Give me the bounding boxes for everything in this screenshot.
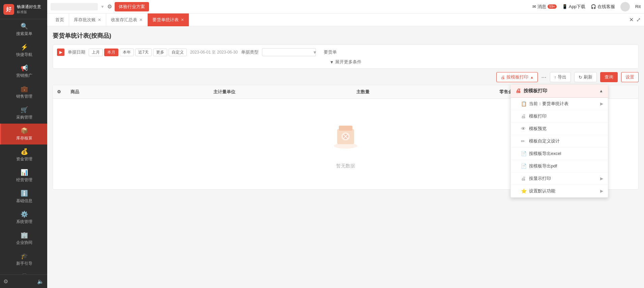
- tab-home-label: 首页: [55, 17, 64, 23]
- current-month-btn[interactable]: 本月: [104, 49, 118, 56]
- last7days-btn[interactable]: 近7天: [135, 49, 152, 56]
- sidebar-item-operations[interactable]: 📊 经营管理: [0, 165, 47, 186]
- message-label: 消息: [537, 4, 546, 10]
- building-icon: 🏢: [21, 231, 28, 239]
- dropdown-template-export-pdf[interactable]: 📄 按模板导出pdf: [511, 160, 608, 172]
- custom-dates-btn[interactable]: 自定义: [169, 49, 187, 56]
- online-service-btn[interactable]: 🎧 在线客服: [591, 4, 615, 10]
- tab-receipt-summary-label: 收发存汇总表: [111, 17, 137, 23]
- type-filter-select[interactable]: [262, 48, 316, 56]
- sidebar-item-system[interactable]: ⚙️ 系统管理: [0, 207, 47, 228]
- dropdown-display-print[interactable]: 🖨 按显示打印 ▶: [511, 172, 608, 185]
- sidebar-item-finance[interactable]: 💰 资金管理: [0, 145, 47, 165]
- dropdown-template-export-excel[interactable]: 📄 按模板导出excel: [511, 148, 608, 160]
- export-label: 导出: [558, 74, 566, 80]
- top-bar-left: ▼ ⚙ 体验行业方案: [51, 2, 149, 11]
- sidebar-item-app-center[interactable]: 📱 应用中心: [0, 270, 47, 275]
- sidebar-item-marketing[interactable]: 📢 营销推广: [0, 61, 47, 82]
- message-btn[interactable]: ✉ 消息 99+: [532, 4, 557, 10]
- tab-order-stats-label: 要货单统计表: [152, 17, 179, 23]
- empty-text: 暂无数据: [336, 163, 355, 169]
- dropdown-template-preview[interactable]: 👁 模板预览: [511, 123, 608, 135]
- svg-rect-2: [339, 126, 352, 131]
- maximize-window-btn[interactable]: ⤢: [636, 17, 641, 23]
- settings-btn[interactable]: 设置: [621, 72, 639, 82]
- template-design-icon: ✏: [521, 138, 526, 144]
- tab-home[interactable]: 首页: [51, 13, 69, 26]
- online-service-label: 在线客服: [597, 4, 615, 10]
- logo-icon: 好: [3, 4, 14, 15]
- sidebar-item-base-info[interactable]: ℹ️ 基础信息: [0, 186, 47, 207]
- sidebar-item-label: 销售管理: [16, 94, 32, 99]
- template-preview-icon: 👁: [521, 126, 526, 131]
- th-settings[interactable]: ⚙: [53, 89, 66, 94]
- current-template-label: 当前：要货单统计表: [529, 101, 568, 107]
- dropdown-template-print[interactable]: 🖨 模板打印: [511, 110, 608, 123]
- top-bar-right: ✉ 消息 99+ 📱 App下载 🎧 在线客服 Rit: [532, 2, 641, 11]
- speaker-icon[interactable]: 🔈: [37, 278, 44, 285]
- sidebar-item-newbie[interactable]: 🎓 新手引导: [0, 249, 47, 270]
- sidebar-item-search[interactable]: 🔍 搜索菜单: [0, 19, 47, 40]
- dropdown-default-func[interactable]: ⭐ 设置默认功能 ▶: [511, 185, 608, 197]
- search-icon: 🔍: [21, 23, 28, 30]
- tab-receipt-summary[interactable]: 收发存汇总表 ✕: [106, 13, 148, 26]
- template-preview-label: 模板预览: [529, 126, 547, 132]
- page-title: 要货单统计表(按商品): [53, 32, 639, 40]
- sidebar-item-quick-nav[interactable]: ⚡ 快捷导航: [0, 40, 47, 61]
- sidebar-item-label: 资金管理: [16, 156, 32, 162]
- prev-month-btn[interactable]: 上月: [89, 49, 103, 56]
- filter-toggle-btn[interactable]: ▶: [57, 49, 64, 56]
- dropdown-header[interactable]: 🖨 按模板打印 ▲: [511, 85, 608, 98]
- search-input[interactable]: [51, 3, 98, 10]
- chart-icon: 📊: [21, 169, 28, 176]
- th-unit: 主计量单位: [209, 89, 352, 95]
- sidebar: 好 畅康通好生意 标准版 🔍 搜索菜单 ⚡ 快捷导航 📢 营销推广 💼 销售管理…: [0, 0, 47, 288]
- printer-icon: 🖨: [501, 75, 505, 80]
- dropdown-printer-icon: 🖨: [516, 88, 521, 94]
- money-icon: 💰: [21, 148, 28, 155]
- cart-icon: 🛒: [21, 106, 28, 114]
- sidebar-item-label: 搜索菜单: [16, 31, 32, 37]
- dropdown-collapse-icon[interactable]: ▲: [599, 89, 603, 93]
- tab-inventory-batch[interactable]: 库存批次账 ✕: [69, 13, 106, 26]
- sidebar-item-sales[interactable]: 💼 销售管理: [0, 82, 47, 103]
- more-options-icon[interactable]: ···: [541, 74, 546, 81]
- settings-bottom-icon[interactable]: ⚙: [3, 278, 8, 285]
- date-filter-label: 单据日期: [68, 49, 85, 55]
- dropdown-template-design[interactable]: ✏ 模板自定义设计: [511, 135, 608, 148]
- app-download-btn[interactable]: 📱 App下载: [562, 4, 585, 10]
- query-btn[interactable]: 查询: [600, 72, 618, 82]
- dropdown-current-item[interactable]: 📋 当前：要货单统计表 ▶: [511, 98, 608, 110]
- cargo-filter-label: 要货单: [324, 49, 337, 55]
- tab-inventory-batch-label: 库存批次账: [74, 17, 96, 23]
- more-dates-btn[interactable]: 更多: [153, 49, 167, 56]
- display-print-label: 按显示打印: [529, 175, 551, 182]
- expand-filter-btn[interactable]: ▼ 展开更多条件: [330, 59, 362, 65]
- sidebar-item-purchase[interactable]: 🛒 采购管理: [0, 103, 47, 124]
- sidebar-nav: 🔍 搜索菜单 ⚡ 快捷导航 📢 营销推广 💼 销售管理 🛒 采购管理 📦 库存核…: [0, 19, 47, 275]
- th-product: 商品: [66, 89, 209, 95]
- app-sub: 标准版: [17, 10, 41, 14]
- print-btn[interactable]: 🖨 按模板打印 ▲: [496, 72, 538, 82]
- sidebar-item-enterprise[interactable]: 🏢 企业协同: [0, 228, 47, 249]
- tab-order-stats[interactable]: 要货单统计表 ✕: [148, 13, 189, 26]
- refresh-btn[interactable]: ↻ 刷新: [574, 72, 597, 82]
- tab-receipt-summary-close[interactable]: ✕: [139, 18, 143, 22]
- close-window-btn[interactable]: ✕: [629, 17, 634, 23]
- export-icon: ↑: [554, 75, 557, 80]
- sidebar-footer: ⚙ 🔈: [0, 275, 47, 288]
- avatar[interactable]: [620, 2, 630, 11]
- display-print-arrow: ▶: [600, 176, 603, 181]
- message-badge: 99+: [548, 4, 557, 9]
- trial-btn[interactable]: 体验行业方案: [115, 2, 149, 11]
- box-icon: 📦: [21, 127, 28, 134]
- settings-gear-icon[interactable]: ⚙: [107, 3, 112, 10]
- tab-order-stats-close[interactable]: ✕: [181, 18, 184, 22]
- tab-inventory-batch-close[interactable]: ✕: [98, 18, 101, 22]
- default-func-arrow: ▶: [600, 189, 603, 193]
- export-btn[interactable]: ↑ 导出: [550, 72, 571, 82]
- current-year-btn[interactable]: 本年: [120, 49, 134, 56]
- tabs-bar: 首页 库存批次账 ✕ 收发存汇总表 ✕ 要货单统计表 ✕ ✕ ⤢: [47, 13, 644, 26]
- username-label: Rit: [635, 4, 641, 9]
- sidebar-item-inventory[interactable]: 📦 库存核算: [0, 124, 47, 145]
